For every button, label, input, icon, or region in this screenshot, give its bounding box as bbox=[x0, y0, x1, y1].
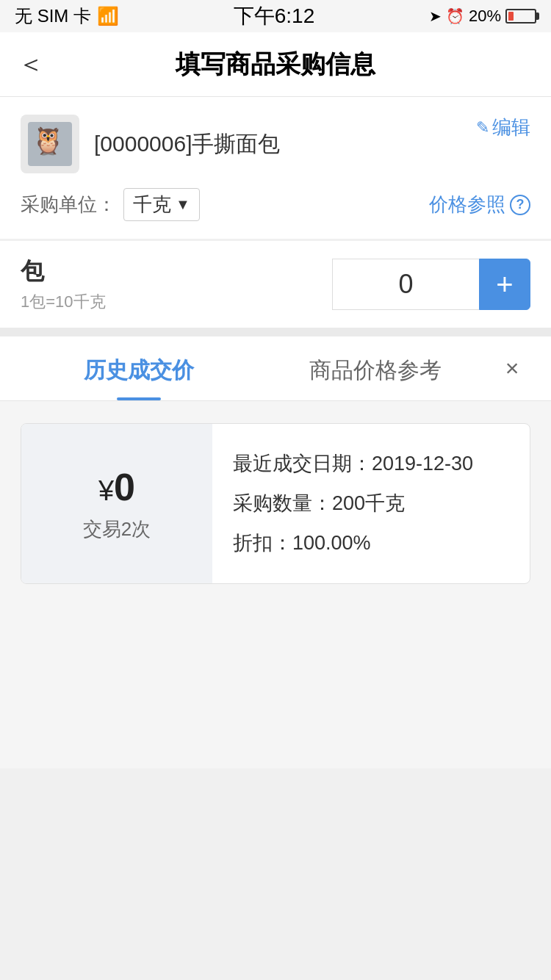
price-ref-label: 价格参照 bbox=[429, 192, 505, 217]
history-discount-row: 折扣：100.00% bbox=[233, 530, 509, 558]
quantity-label: 包 1包=10千克 bbox=[21, 256, 106, 313]
tab-history-price[interactable]: 历史成交价 bbox=[21, 336, 257, 400]
quantity-plus-button[interactable]: + bbox=[479, 259, 530, 310]
history-price: ¥0 bbox=[98, 465, 135, 509]
quantity-unit: 包 bbox=[21, 256, 106, 288]
edit-icon: ✎ bbox=[476, 118, 489, 137]
product-info: [0000006]手撕面包 bbox=[94, 129, 280, 159]
product-thumbnail bbox=[21, 115, 79, 173]
price-value: 0 bbox=[114, 466, 135, 508]
discount-value: 100.00% bbox=[292, 532, 371, 554]
tab-close-button[interactable]: × bbox=[494, 350, 530, 387]
product-unit-row: 采购单位： 千克 ▼ 价格参照 ? bbox=[21, 188, 530, 221]
tab-price-reference[interactable]: 商品价格参考 bbox=[257, 336, 494, 400]
history-card: ¥0 交易2次 最近成交日期：2019-12-30 采购数量：200千克 折扣：… bbox=[21, 423, 530, 584]
battery-percent: 20% bbox=[469, 7, 501, 26]
quantity-label-text: 采购数量： bbox=[233, 492, 332, 514]
unit-dropdown[interactable]: 千克 ▼ bbox=[123, 188, 200, 221]
page-title: 填写商品采购信息 bbox=[176, 48, 375, 82]
battery-icon bbox=[505, 9, 536, 24]
back-button[interactable]: ＜ bbox=[18, 46, 44, 82]
latest-date-label: 最近成交日期： bbox=[233, 453, 372, 475]
product-header: [0000006]手撕面包 ✎ 编辑 bbox=[21, 115, 530, 173]
dropdown-arrow-icon: ▼ bbox=[176, 196, 190, 213]
location-icon: ➤ bbox=[429, 7, 442, 25]
product-left: [0000006]手撕面包 bbox=[21, 115, 280, 173]
product-logo bbox=[28, 122, 72, 166]
quantity-section: 包 1包=10千克 + bbox=[0, 240, 551, 328]
quantity-input[interactable] bbox=[332, 259, 479, 310]
status-bar-left: 无 SIM 卡 📶 bbox=[15, 4, 119, 28]
quantity-input-row: + bbox=[332, 259, 530, 310]
unit-label: 采购单位： bbox=[21, 192, 116, 217]
section-divider bbox=[0, 328, 551, 336]
discount-label: 折扣： bbox=[233, 532, 292, 554]
carrier-text: 无 SIM 卡 bbox=[15, 4, 91, 28]
history-card-right: 最近成交日期：2019-12-30 采购数量：200千克 折扣：100.00% bbox=[212, 424, 530, 583]
product-full-name: [0000006]手撕面包 bbox=[94, 129, 280, 159]
status-bar-right: ➤ ⏰ 20% bbox=[429, 7, 536, 26]
quantity-value-text: 200千克 bbox=[332, 492, 405, 514]
edit-button[interactable]: ✎ 编辑 bbox=[476, 115, 530, 140]
latest-date-value: 2019-12-30 bbox=[372, 453, 473, 475]
product-card: [0000006]手撕面包 ✎ 编辑 采购单位： 千克 ▼ 价格参照 ? bbox=[0, 97, 551, 239]
alarm-icon: ⏰ bbox=[446, 7, 464, 25]
nav-bar: ＜ 填写商品采购信息 bbox=[0, 32, 551, 97]
unit-value: 千克 bbox=[133, 192, 171, 217]
edit-label: 编辑 bbox=[492, 115, 530, 140]
status-bar-time: 下午6:12 bbox=[234, 2, 315, 30]
price-reference-button[interactable]: 价格参照 ? bbox=[429, 192, 530, 217]
main-content: ¥0 交易2次 最近成交日期：2019-12-30 采购数量：200千克 折扣：… bbox=[0, 401, 551, 768]
owl-icon bbox=[32, 126, 68, 162]
history-card-left: ¥0 交易2次 bbox=[21, 424, 212, 583]
unit-selector: 采购单位： 千克 ▼ bbox=[21, 188, 200, 221]
currency-symbol: ¥ bbox=[98, 475, 114, 506]
status-bar: 无 SIM 卡 📶 下午6:12 ➤ ⏰ 20% bbox=[0, 0, 551, 32]
info-icon: ? bbox=[510, 195, 530, 215]
wifi-icon: 📶 bbox=[97, 6, 119, 26]
tabs-container: 历史成交价 商品价格参考 × bbox=[0, 336, 551, 401]
history-trade-count: 交易2次 bbox=[83, 516, 151, 542]
history-quantity-row: 采购数量：200千克 bbox=[233, 490, 509, 518]
quantity-sub-text: 1包=10千克 bbox=[21, 291, 106, 313]
history-date-row: 最近成交日期：2019-12-30 bbox=[233, 450, 509, 478]
